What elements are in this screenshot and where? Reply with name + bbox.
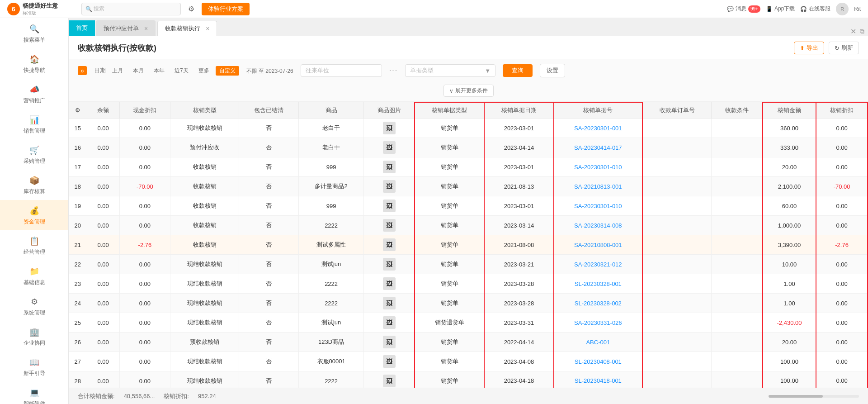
last-month-btn[interactable]: 上月 [108, 66, 127, 76]
ops-icon: 📋 [29, 236, 40, 247]
doc-no-link[interactable]: SA-20230301-010 [574, 203, 622, 209]
doc-no-cell[interactable]: SA-20230301-010 [554, 196, 642, 216]
guide-icon: 📖 [29, 357, 40, 368]
doc-no-link[interactable]: SL-20230328-001 [575, 280, 622, 287]
search-input[interactable]: 🔍 搜索 [81, 3, 181, 15]
doc-no-cell[interactable]: SA-20230301-001 [554, 119, 642, 138]
product-cell: 测试jun [299, 255, 363, 274]
sidebar-item-sales[interactable]: 📊 销售管理 [0, 109, 68, 139]
doc-no-link[interactable]: SA-20230301-010 [574, 164, 622, 171]
doc-no-cell[interactable]: SL-20230408-001 [554, 352, 642, 371]
product-img-cell: 🖼 [363, 119, 415, 138]
doc-no-cell[interactable]: SA-20230331-026 [554, 313, 642, 333]
amount-cell: 2,100.00 [763, 177, 816, 196]
settled-cell: 否 [239, 196, 299, 216]
doc-no-link[interactable]: SA-20230314-008 [574, 222, 622, 229]
doc-no-cell[interactable]: SA-20230321-012 [554, 255, 642, 274]
balance-cell: 0.00 [87, 119, 119, 138]
doc-date-cell: 2023-03-01 [484, 119, 554, 138]
wo-discount-cell: 0.00 [816, 138, 868, 157]
order-no-cell [642, 216, 712, 235]
tab-home[interactable]: 首页 [69, 20, 95, 36]
partner-filter[interactable]: 往来单位 [301, 64, 382, 77]
sidebar-item-inventory[interactable]: 📦 库存核算 [0, 170, 68, 200]
sidebar-item-finance[interactable]: 💰 资金管理 [0, 200, 68, 230]
doc-no-cell[interactable]: SL-20230418-001 [554, 371, 642, 388]
sidebar-item-search[interactable]: 🔍 搜索菜单 [0, 18, 68, 48]
custom-date-btn[interactable]: 自定义 [216, 66, 239, 76]
filter-expand-arrow[interactable]: » [78, 66, 87, 75]
doc-no-link[interactable]: SA-20230321-012 [574, 261, 622, 268]
doc-no-link[interactable]: SA-20230331-026 [574, 319, 622, 326]
sidebar-item-marketing[interactable]: 📣 营销推广 [0, 79, 68, 109]
page-title: 收款核销执行(按收款) [78, 43, 156, 53]
doc-no-link[interactable]: SA-20230301-001 [574, 125, 622, 132]
doc-no-link[interactable]: ABC-001 [586, 339, 610, 346]
sidebar-item-system[interactable]: ⚙ 系统管理 [0, 291, 68, 321]
settings-button[interactable]: 设置 [540, 64, 565, 77]
wo-discount-cell: -70.00 [816, 177, 868, 196]
doc-date-cell: 2023-03-28 [484, 294, 554, 313]
sidebar-item-basic[interactable]: 📁 基础信息 [0, 261, 68, 291]
last7-btn[interactable]: 近7天 [171, 66, 192, 76]
gear-button[interactable]: ⚙ [186, 3, 196, 15]
sidebar-item-hardware[interactable]: 💻 智能硬件 [0, 382, 68, 404]
doc-date-cell: 2023-03-28 [484, 274, 554, 294]
filter-bar: » 日期 上月 本月 本年 近7天 更多 自定义 不限 至 2023-07-26… [69, 59, 868, 102]
product-img-cell: 🖼 [363, 313, 415, 333]
doc-no-cell[interactable]: SA-20230301-010 [554, 157, 642, 177]
sidebar-item-purchase[interactable]: 🛒 采购管理 [0, 139, 68, 170]
doc-no-cell[interactable]: SA-20230314-008 [554, 216, 642, 235]
sidebar-item-ops[interactable]: 📋 经营管理 [0, 230, 68, 261]
more-dates-btn[interactable]: 更多 [195, 66, 213, 76]
doc-no-cell[interactable]: SA-20210813-001 [554, 177, 642, 196]
doc-no-link[interactable]: SL-20230408-001 [575, 358, 622, 365]
doc-no-link[interactable]: SL-20230418-001 [575, 377, 622, 384]
search-icon: 🔍 [29, 24, 40, 34]
doc-no-cell[interactable]: ABC-001 [554, 333, 642, 352]
type-cell: 收款核销 [170, 216, 239, 235]
doc-no-cell[interactable]: SL-20230328-002 [554, 294, 642, 313]
doc-no-link[interactable]: SL-20230328-002 [575, 300, 622, 307]
row-num: 15 [69, 119, 87, 138]
condition-cell [712, 255, 763, 274]
close-window-icon[interactable]: ✕ [850, 27, 856, 36]
sidebar-label-marketing: 营销推广 [24, 97, 45, 105]
doc-no-cell[interactable]: SA-20210808-001 [554, 235, 642, 255]
sidebar-item-guide[interactable]: 📖 新手引导 [0, 352, 68, 382]
query-button[interactable]: 查询 [503, 64, 533, 77]
sidebar-item-shortcut[interactable]: 🏠 快捷导航 [0, 48, 68, 79]
doc-no-link[interactable]: SA-20210813-001 [574, 183, 622, 190]
app-download-link[interactable]: 📱 App下载 [766, 5, 795, 13]
this-year-btn[interactable]: 本年 [150, 66, 168, 76]
close-prepay-tab-icon[interactable]: × [144, 25, 148, 32]
doc-no-link[interactable]: SA-20210808-001 [574, 242, 622, 248]
messages-icon[interactable]: 💬 消息 99+ [727, 5, 760, 13]
order-no-cell [642, 313, 712, 333]
col-settings[interactable]: ⚙ [69, 102, 87, 119]
expand-more-btn[interactable]: ∨ 展开更多条件 [443, 85, 494, 97]
this-month-btn[interactable]: 本月 [129, 66, 147, 76]
export-button[interactable]: ⬆ 导出 [794, 42, 824, 54]
tab-writeoff[interactable]: 收款核销执行 × [157, 21, 217, 36]
doc-no-cell[interactable]: SL-20230328-001 [554, 274, 642, 294]
order-no-cell [642, 352, 712, 371]
doc-type-cell: 销货单 [415, 333, 484, 352]
doc-type-filter[interactable]: 单据类型 ▼ [405, 64, 495, 77]
discount-cell: 0.00 [119, 119, 170, 138]
doc-no-link[interactable]: SA-20230414-017 [574, 144, 622, 151]
product-cell: 999 [299, 157, 363, 177]
industry-solution-button[interactable]: 体验行业方案 [202, 3, 250, 15]
wo-discount-cell: 0.00 [816, 216, 868, 235]
balance-cell: 0.00 [87, 196, 119, 216]
tab-prepay[interactable]: 预付冲应付单 × [96, 20, 156, 36]
discount-cell: 0.00 [119, 255, 170, 274]
settled-cell: 否 [239, 274, 299, 294]
refresh-button[interactable]: ↻ 刷新 [829, 42, 859, 54]
restore-window-icon[interactable]: ⧉ [860, 28, 864, 35]
close-writeoff-tab-icon[interactable]: × [206, 25, 209, 32]
doc-no-cell[interactable]: SA-20230414-017 [554, 138, 642, 157]
sidebar-item-corp[interactable]: 🏢 企业协同 [0, 321, 68, 352]
balance-cell: 0.00 [87, 235, 119, 255]
online-service-link[interactable]: 🎧 在线客服 [800, 5, 830, 13]
